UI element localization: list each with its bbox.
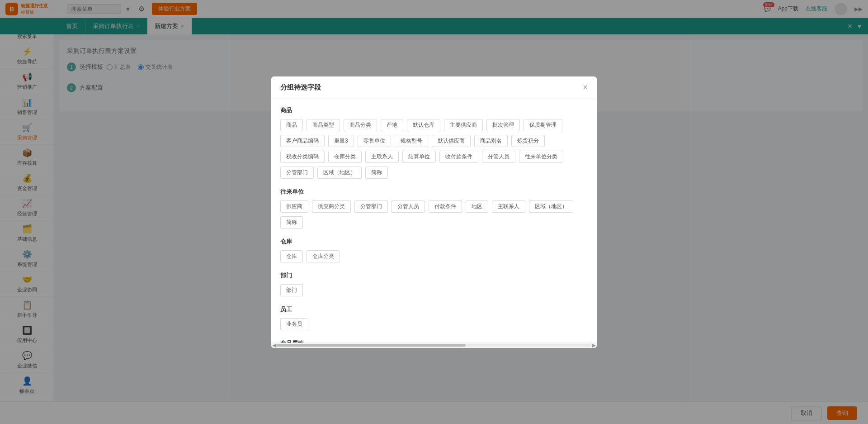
- field-group-员工: 员工业务员: [280, 305, 588, 330]
- modal-header: 分组待选字段 ×: [271, 76, 597, 99]
- field-tag[interactable]: 简称: [280, 216, 303, 229]
- field-group-title-商品属性: 商品属性: [280, 339, 588, 343]
- field-tag[interactable]: 仓库分类: [307, 250, 340, 262]
- field-tag[interactable]: 炼货积分: [511, 135, 545, 147]
- field-group-往来单位: 往来单位供应商供应商分类分管部门分管人员付款条件地区主联系人区域（地区）简称: [280, 188, 588, 229]
- field-tag[interactable]: 分管人员: [482, 151, 515, 163]
- field-tag[interactable]: 主联系人: [365, 151, 399, 163]
- field-tag[interactable]: 商品: [280, 119, 303, 131]
- field-tag[interactable]: 结算单位: [402, 151, 436, 163]
- field-group-商品: 商品商品商品类型商品分类产地默认仓库主要供应商批次管理保质期管理客户商品编码重量…: [280, 106, 588, 179]
- field-tag[interactable]: 供应商分类: [312, 200, 351, 213]
- field-tag[interactable]: 地区: [466, 200, 488, 213]
- field-tag[interactable]: 客户商品编码: [280, 135, 325, 147]
- field-tag[interactable]: 仓库: [280, 250, 303, 262]
- field-tag[interactable]: 批次管理: [486, 119, 520, 131]
- field-group-title-员工: 员工: [280, 305, 588, 314]
- field-tag[interactable]: 分管部门: [354, 200, 388, 213]
- field-tag[interactable]: 分管部门: [280, 167, 314, 179]
- field-tag[interactable]: 重量3: [328, 135, 354, 147]
- scrollbar-left-arrow[interactable]: ◀: [272, 342, 276, 348]
- field-tags-员工: 业务员: [280, 318, 588, 330]
- modal-overlay: 分组待选字段 × 商品商品商品类型商品分类产地默认仓库主要供应商批次管理保质期管…: [0, 0, 868, 424]
- field-group-title-部门: 部门: [280, 272, 588, 280]
- field-tags-仓库: 仓库仓库分类: [280, 250, 588, 262]
- modal-body[interactable]: 商品商品商品类型商品分类产地默认仓库主要供应商批次管理保质期管理客户商品编码重量…: [271, 99, 597, 343]
- field-tag[interactable]: 产地: [381, 119, 403, 131]
- modal-title: 分组待选字段: [280, 83, 321, 92]
- field-tag[interactable]: 简称: [365, 167, 388, 179]
- field-tag[interactable]: 部门: [280, 284, 303, 296]
- field-tag[interactable]: 主要供应商: [444, 119, 483, 131]
- scrollbar-right-arrow[interactable]: ▶: [592, 342, 596, 348]
- field-tag[interactable]: 往来单位分类: [519, 151, 563, 163]
- field-tag[interactable]: 仓库分类: [328, 151, 362, 163]
- modal-scrollbar[interactable]: ◀ ▶: [271, 343, 597, 348]
- field-tag[interactable]: 规格型号: [395, 135, 428, 147]
- field-tags-商品: 商品商品类型商品分类产地默认仓库主要供应商批次管理保质期管理客户商品编码重量3零…: [280, 119, 588, 179]
- field-tag[interactable]: 主联系人: [492, 200, 525, 213]
- field-tag[interactable]: 保质期管理: [524, 119, 562, 131]
- field-tag[interactable]: 收付款条件: [439, 151, 478, 163]
- field-tag[interactable]: 零售单位: [358, 135, 391, 147]
- field-group-title-商品: 商品: [280, 106, 588, 114]
- field-group-商品属性: 商品属性属性颜色多规格尺码鞋码1: [280, 339, 588, 343]
- field-group-title-往来单位: 往来单位: [280, 188, 588, 196]
- field-tag[interactable]: 商品别名: [474, 135, 508, 147]
- modal-close-button[interactable]: ×: [583, 83, 588, 92]
- field-group-title-仓库: 仓库: [280, 238, 588, 246]
- field-tag[interactable]: 业务员: [280, 318, 308, 330]
- field-tag[interactable]: 区域（地区）: [317, 167, 362, 179]
- field-tag[interactable]: 默认仓库: [407, 119, 440, 131]
- field-tag[interactable]: 税收分类编码: [280, 151, 325, 163]
- field-tags-往来单位: 供应商供应商分类分管部门分管人员付款条件地区主联系人区域（地区）简称: [280, 200, 588, 229]
- field-group-部门: 部门部门: [280, 272, 588, 296]
- field-tag[interactable]: 分管人员: [392, 200, 425, 213]
- field-tag[interactable]: 区域（地区）: [529, 200, 573, 213]
- scrollbar-thumb[interactable]: [276, 344, 466, 347]
- field-tag[interactable]: 商品类型: [307, 119, 340, 131]
- scrollbar-track[interactable]: [276, 344, 592, 347]
- field-tags-部门: 部门: [280, 284, 588, 296]
- field-group-仓库: 仓库仓库仓库分类: [280, 238, 588, 262]
- field-tag[interactable]: 默认供应商: [432, 135, 471, 147]
- field-tag[interactable]: 商品分类: [344, 119, 377, 131]
- field-tag[interactable]: 供应商: [280, 200, 308, 213]
- modal: 分组待选字段 × 商品商品商品类型商品分类产地默认仓库主要供应商批次管理保质期管…: [271, 76, 597, 348]
- field-tag[interactable]: 付款条件: [429, 200, 462, 213]
